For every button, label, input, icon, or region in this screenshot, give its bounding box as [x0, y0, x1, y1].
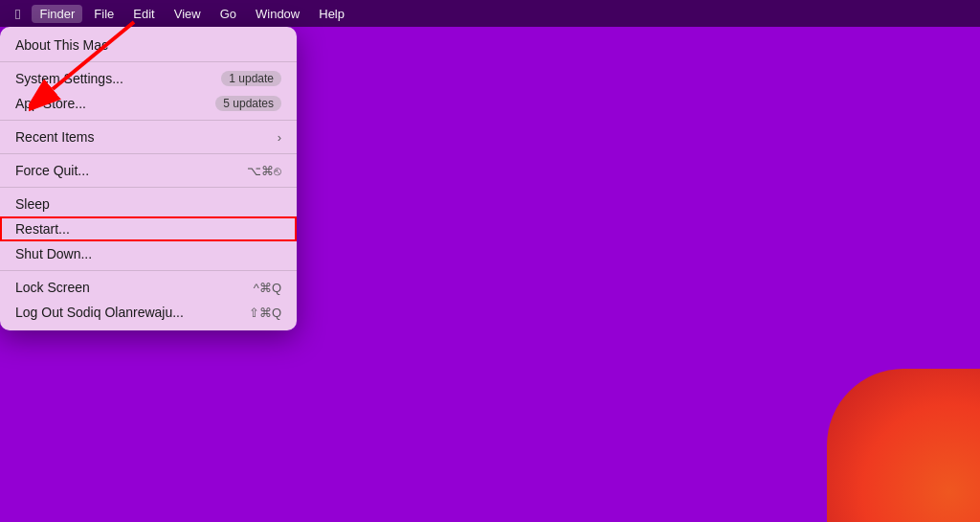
menubar-edit[interactable]: Edit — [125, 5, 162, 23]
apple-menu-button[interactable]:  — [8, 4, 28, 24]
menu-item-lock-screen[interactable]: Lock Screen ^⌘Q — [0, 275, 297, 300]
menubar-window[interactable]: Window — [248, 5, 307, 23]
bg-decoration — [827, 369, 980, 522]
menubar-file[interactable]: File — [86, 5, 122, 23]
menu-separator-3 — [0, 153, 297, 154]
menu-separator-5 — [0, 270, 297, 271]
menu-item-system-settings[interactable]: System Settings... 1 update — [0, 66, 297, 91]
menu-separator-1 — [0, 61, 297, 62]
menu-separator-4 — [0, 187, 297, 188]
menu-item-shut-down[interactable]: Shut Down... — [0, 241, 297, 266]
force-quit-shortcut: ⌥⌘⎋ — [247, 164, 281, 178]
app-store-badge: 5 updates — [215, 96, 281, 111]
menu-item-force-quit[interactable]: Force Quit... ⌥⌘⎋ — [0, 158, 297, 183]
menu-item-about[interactable]: About This Mac — [0, 33, 297, 57]
menu-item-recent-items[interactable]: Recent Items › — [0, 125, 297, 149]
menubar:  Finder File Edit View Go Window Help — [0, 0, 980, 27]
menubar-go[interactable]: Go — [212, 5, 244, 23]
recent-items-arrow-icon: › — [278, 130, 281, 145]
menu-item-app-store[interactable]: App Store... 5 updates — [0, 91, 297, 116]
menubar-help[interactable]: Help — [311, 5, 352, 23]
lock-screen-shortcut: ^⌘Q — [254, 281, 281, 295]
menubar-finder[interactable]: Finder — [32, 5, 82, 23]
apple-dropdown-menu: About This Mac System Settings... 1 upda… — [0, 27, 297, 330]
log-out-shortcut: ⇧⌘Q — [249, 306, 281, 320]
menu-item-sleep[interactable]: Sleep — [0, 192, 297, 216]
system-settings-badge: 1 update — [221, 71, 281, 86]
menu-item-restart[interactable]: Restart... — [0, 216, 297, 241]
menu-item-log-out[interactable]: Log Out Sodiq Olanrewaju... ⇧⌘Q — [0, 300, 297, 325]
menubar-view[interactable]: View — [167, 5, 209, 23]
menu-separator-2 — [0, 120, 297, 121]
